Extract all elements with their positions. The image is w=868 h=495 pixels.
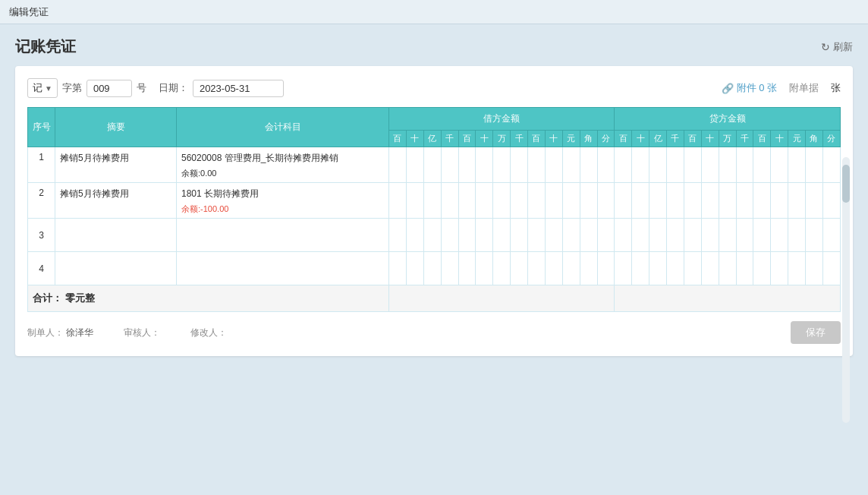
row4-d4[interactable] bbox=[441, 252, 458, 285]
row3-c1[interactable] bbox=[615, 219, 632, 252]
row3-d8[interactable] bbox=[511, 219, 528, 252]
row4-d6[interactable] bbox=[476, 252, 493, 285]
row2-c3[interactable] bbox=[649, 183, 667, 219]
row1-c13[interactable] bbox=[822, 147, 840, 183]
row1-c6[interactable] bbox=[701, 147, 719, 183]
row4-c13[interactable] bbox=[822, 252, 840, 285]
row1-d13[interactable] bbox=[597, 147, 615, 183]
row3-c9[interactable] bbox=[753, 219, 771, 252]
row1-d8[interactable] bbox=[511, 147, 528, 183]
row2-d11[interactable] bbox=[562, 183, 580, 219]
row1-c3[interactable] bbox=[649, 147, 667, 183]
row1-c9[interactable] bbox=[753, 147, 771, 183]
row1-d2[interactable] bbox=[406, 147, 423, 183]
row4-d12[interactable] bbox=[580, 252, 597, 285]
save-button[interactable]: 保存 bbox=[791, 321, 841, 344]
row1-c7[interactable] bbox=[719, 147, 736, 183]
row2-d3[interactable] bbox=[423, 183, 441, 219]
row4-c3[interactable] bbox=[649, 252, 667, 285]
row4-c2[interactable] bbox=[632, 252, 649, 285]
row4-c4[interactable] bbox=[667, 252, 684, 285]
date-input[interactable] bbox=[193, 80, 284, 97]
row2-d9[interactable] bbox=[528, 183, 546, 219]
row2-c11[interactable] bbox=[788, 183, 806, 219]
row2-summary[interactable]: 摊销5月待摊费用 bbox=[55, 183, 177, 219]
row1-c10[interactable] bbox=[771, 147, 788, 183]
row4-c10[interactable] bbox=[771, 252, 788, 285]
attachment-link[interactable]: 🔗 附件 0 张 bbox=[722, 81, 777, 95]
row2-c13[interactable] bbox=[822, 183, 840, 219]
row2-d13[interactable] bbox=[597, 183, 615, 219]
row2-d12[interactable] bbox=[580, 183, 597, 219]
row4-d13[interactable] bbox=[597, 252, 615, 285]
row1-d12[interactable] bbox=[580, 147, 597, 183]
row4-c9[interactable] bbox=[753, 252, 771, 285]
row2-c6[interactable] bbox=[701, 183, 719, 219]
row2-c5[interactable] bbox=[684, 183, 701, 219]
row4-summary[interactable] bbox=[55, 252, 177, 285]
refresh-button[interactable]: ↻ 刷新 bbox=[821, 40, 853, 54]
single-attachment-btn[interactable]: 附单据 bbox=[789, 81, 819, 95]
row2-d10[interactable] bbox=[545, 183, 562, 219]
row3-c10[interactable] bbox=[771, 219, 788, 252]
row4-c7[interactable] bbox=[719, 252, 736, 285]
row3-c7[interactable] bbox=[719, 219, 736, 252]
row4-d7[interactable] bbox=[493, 252, 511, 285]
row1-summary[interactable]: 摊销5月待摊费用 bbox=[55, 147, 177, 183]
row1-d10[interactable] bbox=[545, 147, 562, 183]
row1-c1[interactable] bbox=[615, 147, 632, 183]
row1-c5[interactable] bbox=[684, 147, 701, 183]
row4-d9[interactable] bbox=[528, 252, 546, 285]
row3-d5[interactable] bbox=[458, 219, 476, 252]
row1-d5[interactable] bbox=[458, 147, 476, 183]
row3-d10[interactable] bbox=[545, 219, 562, 252]
row4-c8[interactable] bbox=[736, 252, 753, 285]
row3-account[interactable] bbox=[177, 219, 389, 252]
scrollbar-track[interactable] bbox=[842, 157, 850, 423]
row1-c4[interactable] bbox=[667, 147, 684, 183]
row3-c12[interactable] bbox=[806, 219, 823, 252]
row3-d9[interactable] bbox=[528, 219, 546, 252]
row2-c7[interactable] bbox=[719, 183, 736, 219]
row3-c3[interactable] bbox=[649, 219, 667, 252]
row1-d9[interactable] bbox=[528, 147, 546, 183]
row2-d4[interactable] bbox=[441, 183, 458, 219]
row1-account[interactable]: 56020008 管理费用_长期待摊费用摊销 余额:0.00 bbox=[177, 147, 389, 183]
row3-c11[interactable] bbox=[788, 219, 806, 252]
row1-c12[interactable] bbox=[806, 147, 823, 183]
row4-c5[interactable] bbox=[684, 252, 701, 285]
row1-d4[interactable] bbox=[441, 147, 458, 183]
row4-d1[interactable] bbox=[389, 252, 407, 285]
row3-c6[interactable] bbox=[701, 219, 719, 252]
row3-d7[interactable] bbox=[493, 219, 511, 252]
row1-c8[interactable] bbox=[736, 147, 753, 183]
type-select[interactable]: 记 ▼ bbox=[27, 78, 58, 98]
row1-d1[interactable] bbox=[389, 147, 407, 183]
row2-account[interactable]: 1801 长期待摊费用 余额:-100.00 bbox=[177, 183, 389, 219]
row2-c4[interactable] bbox=[667, 183, 684, 219]
row1-c2[interactable] bbox=[632, 147, 649, 183]
row2-d6[interactable] bbox=[476, 183, 493, 219]
row2-d2[interactable] bbox=[406, 183, 423, 219]
row3-c5[interactable] bbox=[684, 219, 701, 252]
row3-c8[interactable] bbox=[736, 219, 753, 252]
row1-d7[interactable] bbox=[493, 147, 511, 183]
row3-c13[interactable] bbox=[822, 219, 840, 252]
row1-d11[interactable] bbox=[562, 147, 580, 183]
scrollbar-thumb[interactable] bbox=[842, 165, 850, 203]
row2-c8[interactable] bbox=[736, 183, 753, 219]
row2-c10[interactable] bbox=[771, 183, 788, 219]
row3-d1[interactable] bbox=[389, 219, 407, 252]
row4-d3[interactable] bbox=[423, 252, 441, 285]
row4-d11[interactable] bbox=[562, 252, 580, 285]
row1-d3[interactable] bbox=[423, 147, 441, 183]
row4-account[interactable] bbox=[177, 252, 389, 285]
row4-c1[interactable] bbox=[615, 252, 632, 285]
row3-c4[interactable] bbox=[667, 219, 684, 252]
row3-d13[interactable] bbox=[597, 219, 615, 252]
row1-d6[interactable] bbox=[476, 147, 493, 183]
row3-d6[interactable] bbox=[476, 219, 493, 252]
row3-summary[interactable] bbox=[55, 219, 177, 252]
row3-d4[interactable] bbox=[441, 219, 458, 252]
row4-d8[interactable] bbox=[511, 252, 528, 285]
